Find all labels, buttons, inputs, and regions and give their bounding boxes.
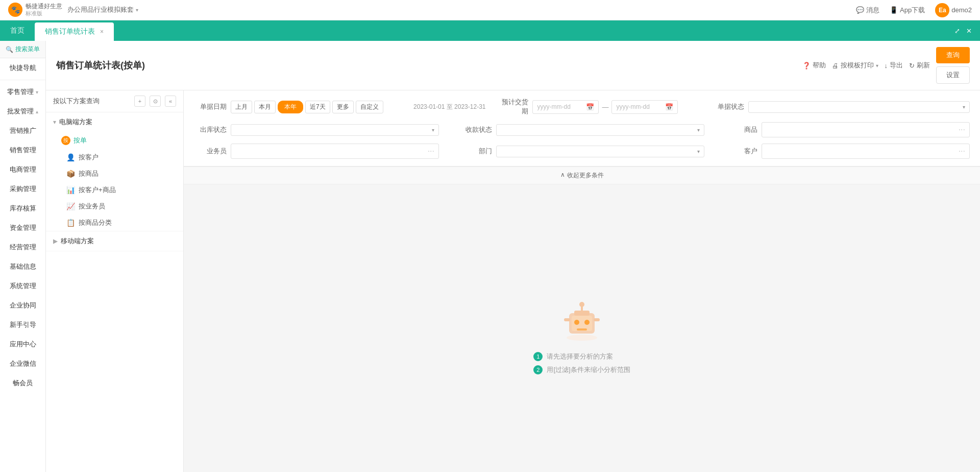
filter-group-date: 单据日期 上月 本月 本年 近7天 更多 自定义 [194, 101, 409, 113]
retail-arrow-icon: ▾ [36, 89, 38, 95]
nav-tab-controls: ⤢ ✕ [954, 27, 972, 35]
search-icon: 🔍 [6, 46, 13, 53]
expected-date-start-placeholder: yyyy-mm-dd [537, 103, 570, 110]
settings-scheme-button[interactable]: ⊙ [150, 96, 161, 107]
purchase-label: 采购管理 [10, 184, 36, 194]
sidebar-item-marketing[interactable]: 营销推广 [0, 121, 45, 140]
svg-rect-5 [577, 328, 587, 331]
tree-item-by-order[interactable]: 按 按单 [51, 132, 183, 149]
expected-date-end-placeholder: yyyy-mm-dd [616, 103, 649, 110]
sidebar-item-operation[interactable]: 经营管理 [0, 238, 45, 257]
tab-active-label: 销售订单统计表 [45, 27, 95, 36]
salesperson-input[interactable]: ··· [231, 144, 439, 159]
tip-num-1: 1 [533, 352, 543, 361]
status-select[interactable]: ▾ [748, 101, 970, 113]
settings-button[interactable]: 设置 [936, 66, 970, 84]
sidebar-search[interactable]: 🔍 搜索菜单 [0, 41, 45, 58]
top-bar: 🐾 畅捷通好生意 标准版 办公用品行业模拟账套 ▾ 💬 消息 📱 App下载 E… [0, 0, 980, 20]
collection-select[interactable]: ▾ [496, 124, 704, 136]
refresh-button[interactable]: ↻ 刷新 [909, 61, 930, 70]
sidebar-item-enterprise[interactable]: 企业协同 [0, 296, 45, 315]
customer-input[interactable]: ··· [762, 144, 970, 159]
tree-item-by-salesperson[interactable]: 📈 按业务员 [51, 198, 183, 215]
account-dropdown[interactable]: 办公用品行业模拟账套 ▾ [67, 5, 138, 14]
filter-group-goods: 商品 ··· [725, 122, 970, 137]
close-all-icon[interactable]: ✕ [966, 27, 972, 35]
goods-more-icon: ··· [959, 125, 965, 134]
sidebar-item-basic[interactable]: 基础信息 [0, 257, 45, 276]
right-content: 单据日期 上月 本月 本年 近7天 更多 自定义 2023-01-01 至 20… [184, 90, 980, 472]
date-btn-last-month[interactable]: 上月 [231, 101, 252, 113]
ecommerce-label: 电商管理 [10, 165, 36, 174]
calendar-end-icon: 📅 [665, 103, 673, 111]
filter-group-collection: 收款状态 ▾ [459, 124, 704, 136]
finance-label: 资金管理 [10, 223, 36, 232]
tree-item-by-customer-goods[interactable]: 📊 按客户+商品 [51, 182, 183, 198]
goods-label: 商品 [725, 125, 762, 134]
date-btn-7days[interactable]: 近7天 [305, 101, 330, 113]
message-label: 消息 [866, 6, 879, 15]
query-button[interactable]: 查询 [936, 47, 970, 63]
sidebar-item-inventory[interactable]: 库存核算 [0, 199, 45, 218]
export-button[interactable]: ↓ 导出 [885, 61, 903, 70]
customer-more-icon: ··· [959, 147, 965, 156]
mobile-section-header[interactable]: ▶ 移动端方案 [46, 231, 183, 251]
department-select[interactable]: ▾ [496, 146, 704, 157]
svg-point-3 [574, 320, 579, 325]
expected-date-start[interactable]: yyyy-mm-dd 📅 [532, 100, 599, 114]
sidebar-item-system[interactable]: 系统管理 [0, 276, 45, 296]
collection-chevron-icon: ▾ [697, 127, 700, 133]
sales-label: 销售管理 [10, 146, 36, 155]
goods-input[interactable]: ··· [762, 122, 970, 137]
filter-row-1: 单据日期 上月 本月 本年 近7天 更多 自定义 2023-01-01 至 20… [194, 98, 970, 116]
expected-date-end[interactable]: yyyy-mm-dd 📅 [611, 100, 678, 114]
date-btn-more[interactable]: 更多 [332, 101, 354, 113]
message-button[interactable]: 💬 消息 [856, 6, 879, 15]
retail-label: 零售管理 [7, 87, 34, 97]
tree-item-by-category[interactable]: 📋 按商品分类 [51, 215, 183, 231]
shipment-label: 出库状态 [194, 125, 231, 134]
left-panel: 按以下方案查询 + ⊙ « ▾ 电脑端方案 [46, 90, 184, 472]
collapse-bar[interactable]: ∧ 收起更多条件 [184, 167, 980, 184]
app-download-button[interactable]: 📱 App下载 [890, 6, 925, 15]
pc-section-header[interactable]: ▾ 电脑端方案 [46, 112, 183, 132]
shipment-select[interactable]: ▾ [231, 124, 439, 136]
sidebar-item-appcenter[interactable]: 应用中心 [0, 335, 45, 354]
tab-close-icon[interactable]: × [100, 28, 104, 35]
main-layout: 🔍 搜索菜单 快捷导航 零售管理 ▾ 批发管理 ▴ 营销推广 销售管理 电商管理… [0, 41, 980, 472]
tree-item-by-customer[interactable]: 👤 按客户 [51, 149, 183, 166]
sidebar-item-finance[interactable]: 资金管理 [0, 218, 45, 238]
sidebar-item-shortcut[interactable]: 快捷导航 [0, 58, 45, 78]
date-btn-this-year[interactable]: 本年 [278, 101, 303, 113]
filter-group-customer: 客户 ··· [725, 144, 970, 159]
sidebar-item-wechat[interactable]: 企业微信 [0, 354, 45, 373]
tab-sales-order-stats[interactable]: 销售订单统计表 × [35, 22, 114, 41]
date-btn-this-month[interactable]: 本月 [254, 101, 276, 113]
print-button[interactable]: 🖨 按模板打印 ▾ [832, 61, 878, 70]
collapse-panel-button[interactable]: « [165, 96, 176, 107]
filter-row-3: 业务员 ··· 部门 ▾ [194, 144, 970, 159]
help-button[interactable]: ❓ 帮助 [802, 61, 826, 70]
export-label: 导出 [890, 61, 903, 70]
sidebar-item-wholesale[interactable]: 批发管理 ▴ [0, 102, 45, 121]
tab-home[interactable]: 首页 [0, 20, 35, 41]
user-area[interactable]: Ea demo2 [935, 3, 972, 17]
svg-point-8 [579, 302, 584, 307]
svg-rect-9 [564, 318, 570, 321]
sidebar-item-sales[interactable]: 销售管理 [0, 140, 45, 160]
sidebar-item-ecommerce[interactable]: 电商管理 [0, 160, 45, 179]
sidebar-item-purchase[interactable]: 采购管理 [0, 179, 45, 199]
sidebar-item-member[interactable]: 畅会员 [0, 373, 45, 393]
date-btn-custom[interactable]: 自定义 [356, 101, 383, 113]
help-label: 帮助 [813, 61, 826, 70]
by-customer-label: 按客户 [79, 153, 99, 162]
pc-section: ▾ 电脑端方案 按 按单 👤 按客户 [46, 112, 183, 231]
tree-item-by-goods[interactable]: 📦 按商品 [51, 166, 183, 182]
body-layout: 按以下方案查询 + ⊙ « ▾ 电脑端方案 [46, 90, 980, 472]
tab-home-label: 首页 [10, 26, 24, 35]
add-scheme-button[interactable]: + [134, 96, 145, 107]
by-salesperson-label: 按业务员 [79, 202, 105, 211]
sidebar-item-newguide[interactable]: 新手引导 [0, 315, 45, 335]
fullscreen-icon[interactable]: ⤢ [954, 27, 960, 35]
sidebar-item-retail[interactable]: 零售管理 ▾ [0, 82, 45, 102]
